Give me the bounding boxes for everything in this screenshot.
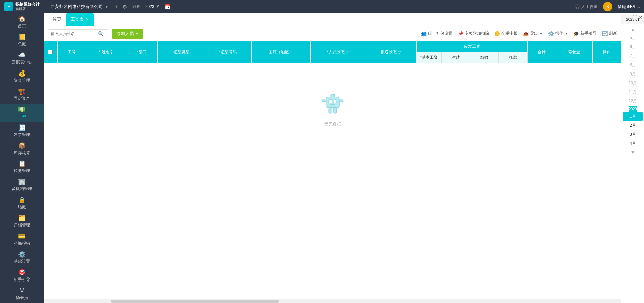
top-bar-actions: ＋ ⚙ 账期 2023-01 📅: [114, 3, 171, 10]
tab-home[interactable]: 首页: [48, 13, 66, 26]
th-deduction: 扣款: [499, 52, 527, 63]
settings-nav-icon: ⚙️: [18, 251, 26, 257]
period-panel-close-icon[interactable]: ✕: [639, 15, 643, 20]
add-person-button[interactable]: 添加人员 ▼: [112, 29, 143, 39]
home-icon: 🏠: [18, 16, 26, 22]
personal-tax-action[interactable]: 🪙 个税申报: [494, 31, 518, 36]
user-name[interactable]: 畅捷通B组...: [618, 4, 640, 10]
sidebar-item-home[interactable]: 🏠 首页: [0, 13, 44, 32]
th-total: 合计: [527, 41, 556, 63]
refresh-label: 刷新: [609, 31, 617, 36]
tabs-bar: 首页 工资表 ✕: [44, 13, 621, 26]
period-nav-down-button[interactable]: ▼: [621, 148, 644, 156]
headphone-icon: 🎧: [575, 4, 580, 9]
svg-rect-9: [333, 108, 337, 113]
period-panel: ⛶ ✕ 2023.01 ▲ 5月 6月 7月 8月: [621, 13, 644, 303]
select-all-checkbox[interactable]: [48, 50, 53, 54]
operations-action[interactable]: ⚙️ 操作 ▼: [548, 31, 568, 36]
period-month-2023-1[interactable]: 1月: [623, 112, 643, 121]
sidebar-label-member: 畅会员: [16, 295, 28, 301]
period-month-7[interactable]: 7月: [621, 51, 644, 60]
guide-action[interactable]: 🎓 新手引导: [573, 31, 597, 36]
period-month-2023-3[interactable]: 3月: [621, 130, 644, 139]
sidebar-item-expense[interactable]: 💳 小畅报销: [0, 231, 44, 249]
add-company-button[interactable]: ＋: [114, 3, 119, 10]
th-cert-type: *证型类型: [157, 41, 204, 63]
th-country: 国籍（地区）: [251, 41, 310, 63]
toolbar: 🔍 添加人员 ▼ 👥 统一社保设置 📌 专项附加扣除 🪙 个税申报: [44, 26, 621, 41]
period-nav: ▲ 5月 6月 7月 8月 9月 10月: [621, 24, 644, 303]
h-scrollbar-thumb[interactable]: [111, 300, 279, 303]
calendar-icon[interactable]: 📅: [165, 4, 171, 9]
period-month-2023-2[interactable]: 2月: [621, 121, 644, 130]
main-layout: 🏠 首页 📒 总账 ☁️ 云报表中心 💰 资金管理 🏗️ 固定资产 💵 工资 🧾…: [0, 13, 644, 303]
period-month-10[interactable]: 10月: [621, 79, 644, 88]
th-performance: 绩效: [470, 52, 499, 63]
name-sort-arrows: ▲▼: [110, 49, 113, 55]
sidebar-item-settings[interactable]: ⚙️ 基础设置: [0, 249, 44, 267]
svg-rect-7: [339, 100, 343, 102]
period-month-2023-4[interactable]: 4月: [621, 139, 644, 148]
sidebar-item-inventory[interactable]: 📦 库存核算: [0, 140, 44, 158]
sidebar-item-invoice[interactable]: 🧾 发票管理: [0, 122, 44, 140]
person-status-filter-icon[interactable]: ▽: [346, 50, 349, 54]
company-selector[interactable]: 西安虾米网络科技有限公司 ▼: [50, 4, 108, 10]
sidebar-item-close[interactable]: 🔒 结账: [0, 194, 44, 213]
export-action[interactable]: 📤 导出 ▼: [523, 31, 543, 36]
settings-button[interactable]: ⚙: [122, 4, 127, 10]
special-deduction-action[interactable]: 📌 专项附加扣除: [458, 31, 489, 36]
period-month-6[interactable]: 6月: [621, 42, 644, 51]
th-name[interactable]: * 姓名 ▲▼: [86, 41, 126, 63]
company-name: 西安虾米网络科技有限公司: [50, 4, 103, 10]
top-bar: ✦ 畅捷通好会计 旗舰版 西安虾米网络科技有限公司 ▼ ＋ ⚙ 账期 2023-…: [0, 0, 644, 13]
period-nav-up-button[interactable]: ▲: [621, 25, 644, 33]
social-insurance-action[interactable]: 👥 统一社保设置: [421, 31, 452, 36]
sidebar-item-assets[interactable]: 🏗️ 固定资产: [0, 86, 44, 104]
period-panel-expand-icon[interactable]: ⛶: [633, 15, 637, 20]
company-dropdown-arrow[interactable]: ▼: [105, 5, 108, 9]
tab-salary-table[interactable]: 工资表 ✕: [66, 13, 94, 26]
sidebar-label-funds: 资金管理: [14, 78, 30, 83]
sidebar-label-invoice: 发票管理: [14, 132, 30, 138]
period-month-5[interactable]: 5月: [621, 33, 644, 42]
th-emp-no: 工号: [57, 41, 86, 63]
sidebar-item-multi-org[interactable]: 🏢 多机构管理: [0, 176, 44, 194]
tab-home-label: 首页: [52, 16, 61, 23]
sidebar-label-ledger: 总账: [18, 41, 26, 47]
support-label: 人工咨询: [581, 4, 598, 10]
operations-label: 操作: [555, 31, 563, 36]
period-month-8[interactable]: 8月: [621, 60, 644, 70]
empty-state: 暂无数据: [44, 63, 621, 154]
period-month-11[interactable]: 11月: [621, 88, 644, 97]
refresh-action[interactable]: 🔄 刷新: [602, 31, 617, 36]
period-month-12[interactable]: 12月: [621, 97, 644, 106]
search-icon[interactable]: 🔍: [98, 31, 104, 36]
th-report-status[interactable]: 报送状态 ▽: [365, 41, 417, 63]
period-month-9[interactable]: 9月: [621, 70, 644, 79]
sidebar-item-guide[interactable]: 🎯 新手引导: [0, 267, 44, 285]
th-person-status[interactable]: *人员状态 ▽: [310, 41, 365, 63]
table-header-row: 工号 * 姓名 ▲▼ *部门 *证型类型 *证型号码 国籍（地区）: [44, 41, 621, 52]
support-button[interactable]: 🎧 人工咨询: [575, 4, 598, 10]
funds-icon: 💰: [18, 70, 26, 76]
sidebar-item-cloud-report[interactable]: ☁️ 云报表中心: [0, 50, 44, 68]
tab-close-icon[interactable]: ✕: [86, 17, 89, 21]
social-insurance-label: 统一社保设置: [428, 31, 452, 36]
top-bar-right: 🎧 人工咨询 B 畅捷通B组...: [575, 2, 640, 11]
salary-icon: 💵: [18, 106, 26, 113]
sidebar-item-archive[interactable]: 🗂️ 归档管理: [0, 213, 44, 231]
sidebar-item-member[interactable]: V 畅会员: [0, 285, 44, 303]
sidebar-item-funds[interactable]: 💰 资金管理: [0, 68, 44, 86]
h-scrollbar[interactable]: [44, 299, 621, 303]
empty-text: 暂无数据: [324, 121, 341, 127]
tax-icon: 📋: [18, 161, 26, 167]
expense-icon: 💳: [18, 233, 26, 239]
report-status-filter-icon[interactable]: ▽: [398, 50, 401, 54]
salary-table: 工号 * 姓名 ▲▼ *部门 *证型类型 *证型号码 国籍（地区）: [44, 41, 621, 63]
sidebar-item-ledger[interactable]: 📒 总账: [0, 32, 44, 50]
app-name: 畅捷通好会计: [15, 2, 40, 7]
sidebar-item-salary[interactable]: 💵 工资: [0, 104, 44, 122]
search-input[interactable]: [51, 31, 98, 36]
svg-point-5: [332, 94, 333, 95]
sidebar-item-tax[interactable]: 📋 税务管理: [0, 158, 44, 176]
